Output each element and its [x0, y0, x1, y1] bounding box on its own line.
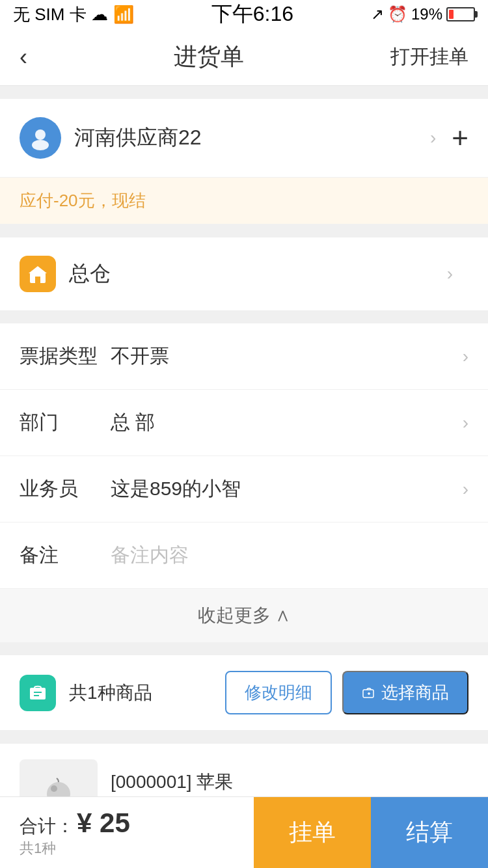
gap4: [0, 642, 488, 655]
add-button[interactable]: +: [452, 124, 468, 152]
products-icon: [20, 675, 56, 711]
wifi-icon: 📶: [113, 5, 134, 25]
back-button[interactable]: ‹: [20, 44, 27, 71]
dept-value: 总 部: [111, 409, 463, 436]
svg-rect-5: [30, 688, 46, 699]
sales-value: 这是859的小智: [111, 476, 463, 502]
svg-rect-4: [35, 277, 40, 283]
remark-input[interactable]: 备注内容: [111, 542, 468, 569]
open-hold-button[interactable]: 打开挂单: [390, 44, 468, 70]
gap1: [0, 86, 488, 99]
remark-row[interactable]: 备注 备注内容: [0, 522, 488, 589]
nav-bar: ‹ 进货单 打开挂单: [0, 29, 488, 86]
hold-button[interactable]: 挂单: [254, 797, 371, 868]
battery-icon: [446, 7, 475, 21]
form-section: 票据类型 不开票 › 部门 总 部 › 业务员 这是859的小智 › 备注 备注…: [0, 323, 488, 589]
gap2: [0, 224, 488, 237]
collapse-toggle[interactable]: 收起更多 ∧: [0, 589, 488, 642]
supplier-name: 河南供应商22: [74, 124, 430, 152]
supplier-row[interactable]: 河南供应商22 › +: [0, 99, 488, 178]
warehouse-row[interactable]: 总仓 ›: [0, 237, 488, 310]
edit-detail-button[interactable]: 修改明细: [225, 671, 332, 714]
status-right: ↗ ⏰ 19%: [371, 5, 475, 23]
products-header: 共1种商品 修改明细 选择商品: [0, 655, 488, 731]
warehouse-name: 总仓: [69, 260, 447, 288]
total-section: 合计： ¥ 25 共1种: [0, 797, 254, 868]
status-time: 下午6:16: [211, 0, 293, 29]
svg-point-1: [32, 140, 49, 150]
svg-point-0: [35, 129, 46, 140]
supplier-card: 河南供应商22 › + 应付-20元，现结: [0, 99, 488, 224]
total-amount: ¥ 25: [77, 807, 130, 839]
status-bar: 无 SIM 卡 ☁ 📶 下午6:16 ↗ ⏰ 19%: [0, 0, 488, 29]
total-label: 合计：: [20, 814, 74, 839]
products-section: 共1种商品 修改明细 选择商品: [0, 655, 488, 731]
sales-label: 业务员: [20, 476, 111, 502]
page-title: 进货单: [174, 41, 244, 73]
sales-chevron-icon: ›: [463, 479, 468, 500]
remark-label: 备注: [20, 542, 111, 569]
dept-row[interactable]: 部门 总 部 ›: [0, 390, 488, 456]
warehouse-chevron-icon: ›: [447, 264, 453, 284]
warehouse-icon: [20, 256, 56, 292]
warehouse-card[interactable]: 总仓 ›: [0, 237, 488, 310]
sim-status: 无 SIM 卡 ☁: [13, 3, 108, 26]
svg-marker-3: [29, 266, 47, 273]
dept-label: 部门: [20, 409, 111, 436]
invoice-chevron-icon: ›: [463, 346, 468, 367]
dept-chevron-icon: ›: [463, 413, 468, 433]
svg-point-12: [51, 785, 57, 792]
alarm-icon: ⏰: [388, 5, 407, 23]
select-product-label: 选择商品: [381, 681, 449, 704]
cart-icon: [362, 686, 376, 700]
gap3: [0, 310, 488, 323]
invoice-value: 不开票: [111, 343, 463, 370]
status-left: 无 SIM 卡 ☁ 📶: [13, 3, 134, 26]
battery-percent: 19%: [411, 5, 442, 23]
product-name: [0000001] 苹果: [111, 770, 438, 794]
bottom-bar: 合计： ¥ 25 共1种 挂单 结算: [0, 796, 488, 868]
supplier-chevron-icon: ›: [430, 128, 436, 148]
select-product-button[interactable]: 选择商品: [342, 671, 468, 714]
warning-bar: 应付-20元，现结: [0, 178, 488, 224]
invoice-row[interactable]: 票据类型 不开票 ›: [0, 323, 488, 390]
location-icon: ↗: [371, 5, 384, 23]
sales-row[interactable]: 业务员 这是859的小智 ›: [0, 456, 488, 522]
products-count: 共1种商品: [69, 681, 225, 705]
invoice-label: 票据类型: [20, 343, 111, 370]
supplier-avatar: [20, 117, 61, 159]
checkout-button[interactable]: 结算: [371, 797, 488, 868]
total-count: 共1种: [20, 839, 234, 858]
